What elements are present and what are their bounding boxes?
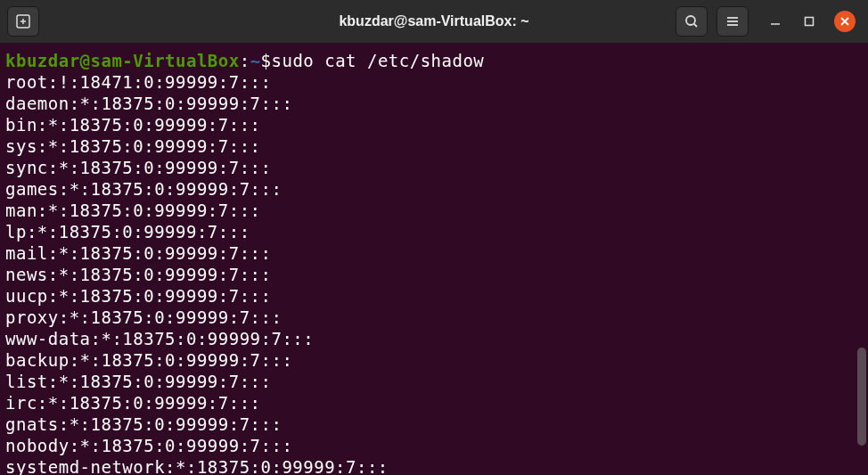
output-line: sys:*:18375:0:99999:7::: [5, 135, 863, 157]
output-line: nobody:*:18375:0:99999:7::: [5, 435, 863, 456]
titlebar-left [7, 6, 39, 37]
minimize-icon [770, 16, 781, 27]
output-line: backup:*:18375:0:99999:7::: [5, 349, 863, 371]
output-line: systemd-network:*:18375:0:99999:7::: [5, 456, 863, 475]
terminal-area[interactable]: kbuzdar@sam-VirtualBox:~$ sudo cat /etc/… [0, 43, 868, 475]
svg-rect-9 [806, 18, 814, 26]
output-line: man:*:18375:0:99999:7::: [5, 200, 863, 221]
menu-button[interactable] [717, 6, 749, 37]
output-line: bin:*:18375:0:99999:7::: [5, 114, 863, 135]
prompt-colon: : [240, 50, 250, 71]
output-line: uucp:*:18375:0:99999:7::: [5, 285, 863, 307]
svg-point-3 [686, 16, 695, 25]
prompt-line: kbuzdar@sam-VirtualBox:~$ sudo cat /etc/… [5, 50, 863, 71]
hamburger-icon [725, 14, 740, 29]
close-icon [840, 17, 849, 26]
prompt-user-host: kbuzdar@sam-VirtualBox [5, 50, 240, 71]
output-line: proxy:*:18375:0:99999:7::: [5, 307, 863, 328]
output-line: gnats:*:18375:0:99999:7::: [5, 414, 863, 435]
scrollbar-thumb[interactable] [857, 348, 866, 446]
titlebar-right [676, 6, 861, 37]
window-controls [766, 11, 856, 32]
new-tab-icon [15, 13, 31, 29]
prompt-symbol: $ [261, 50, 272, 71]
maximize-button[interactable] [800, 12, 818, 30]
output-line: games:*:18375:0:99999:7::: [5, 178, 863, 200]
new-tab-button[interactable] [7, 6, 39, 37]
output-line: news:*:18375:0:99999:7::: [5, 264, 863, 285]
close-button[interactable] [834, 11, 856, 32]
terminal-output: root:!:18471:0:99999:7:::daemon:*:18375:… [5, 71, 863, 475]
output-line: irc:*:18375:0:99999:7::: [5, 392, 863, 414]
maximize-icon [804, 16, 815, 27]
minimize-button[interactable] [766, 12, 784, 30]
titlebar: kbuzdar@sam-VirtualBox: ~ [0, 0, 868, 43]
svg-line-4 [694, 24, 697, 27]
output-line: daemon:*:18375:0:99999:7::: [5, 93, 863, 114]
output-line: root:!:18471:0:99999:7::: [5, 71, 863, 93]
window-title: kbuzdar@sam-VirtualBox: ~ [339, 13, 528, 29]
search-icon [684, 14, 699, 29]
output-line: sync:*:18375:0:99999:7::: [5, 157, 863, 178]
output-line: list:*:18375:0:99999:7::: [5, 371, 863, 392]
output-line: mail:*:18375:0:99999:7::: [5, 242, 863, 264]
search-button[interactable] [676, 6, 708, 37]
output-line: www-data:*:18375:0:99999:7::: [5, 328, 863, 349]
prompt-path: ~ [250, 50, 261, 71]
command-text: sudo cat /etc/shadow [272, 50, 485, 71]
output-line: lp:*:18375:0:99999:7::: [5, 221, 863, 242]
